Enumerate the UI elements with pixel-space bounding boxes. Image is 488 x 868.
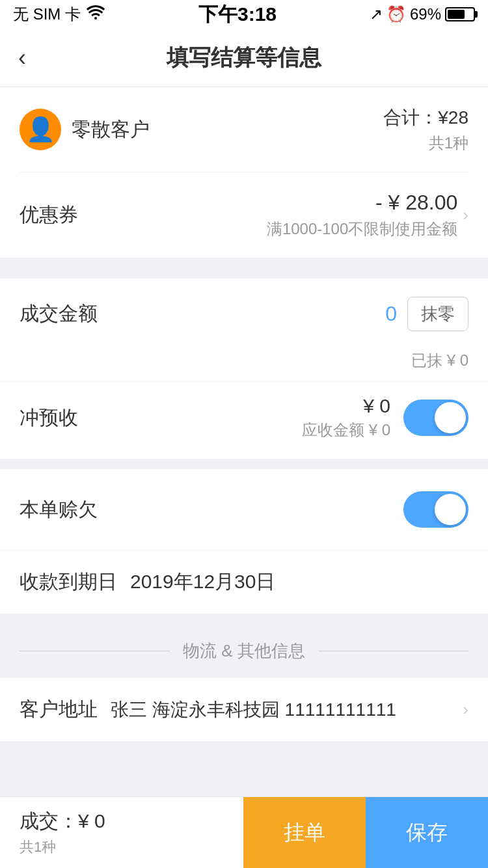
debt-row: 本单赊欠 [0, 469, 488, 550]
wifi-icon [86, 5, 105, 23]
status-bar: 无 SIM 卡 下午3:18 ↗ ⏰ 69% [0, 0, 488, 29]
section-separator-3 [0, 614, 488, 624]
prepay-toggle[interactable] [403, 400, 468, 436]
content: 👤 零散客户 合计：¥28 共1种 优惠券 - ¥ 28.00 满1000-10… [0, 87, 488, 830]
logistics-divider: 物流 & 其他信息 [20, 640, 468, 662]
logistics-label: 物流 & 其他信息 [183, 640, 305, 662]
prepay-label: 冲预收 [20, 405, 78, 431]
amount-label: 成交金额 [20, 301, 98, 327]
prepay-amount-sub: 应收金额 ¥ 0 [302, 420, 390, 441]
pending-button[interactable]: 挂单 [243, 797, 366, 869]
bottom-bar: 成交：¥ 0 共1种 挂单 保存 [0, 796, 488, 868]
logistics-line-right [318, 651, 468, 651]
amount-section: 成交金额 0 抹零 已抹 ¥ 0 冲预收 ¥ 0 应收金额 ¥ 0 [0, 278, 488, 459]
customer-right: 合计：¥28 共1种 [383, 105, 468, 154]
logistics-section: 物流 & 其他信息 [0, 624, 488, 678]
chevron-right-icon: › [463, 205, 468, 225]
section-separator [0, 268, 488, 278]
prepay-row: 冲预收 ¥ 0 应收金额 ¥ 0 [0, 381, 488, 459]
section-separator-2 [0, 459, 488, 469]
avatar: 👤 [20, 109, 61, 150]
address-label: 客户地址 [20, 696, 98, 723]
deal-label: 成交： [20, 810, 78, 832]
customer-count: 共1种 [383, 133, 468, 154]
battery-percent: 69% [410, 5, 441, 23]
customer-left: 👤 零散客户 [20, 109, 150, 150]
logistics-line-left [20, 651, 170, 651]
due-date-label: 收款到期日 [20, 569, 117, 595]
deal-amount: ¥ 0 [78, 810, 105, 832]
status-right: ↗ ⏰ 69% [370, 5, 475, 23]
customer-name: 零散客户 [72, 116, 150, 143]
battery-icon [445, 7, 475, 21]
date-row: 收款到期日 2019年12月30日 [0, 550, 488, 614]
bottom-deal-text: 成交：¥ 0 [20, 808, 224, 835]
customer-row: 👤 零散客户 合计：¥28 共1种 [0, 87, 488, 172]
no-sim-text: 无 SIM 卡 [13, 4, 81, 25]
customer-total: 合计：¥28 [383, 105, 468, 130]
alarm-icon: ⏰ [386, 5, 406, 23]
due-date-value: 2019年12月30日 [130, 569, 275, 595]
coupon-row[interactable]: 优惠券 - ¥ 28.00 满1000-100不限制使用金额 › [0, 172, 488, 258]
coupon-desc: 满1000-100不限制使用金额 [267, 219, 457, 239]
toggle-circle [435, 402, 466, 433]
debt-toggle-circle [435, 494, 466, 525]
coupon-label: 优惠券 [20, 202, 78, 228]
bottom-count: 共1种 [20, 837, 224, 857]
bottom-info: 成交：¥ 0 共1种 [0, 808, 243, 857]
page-title: 填写结算等信息 [167, 43, 321, 73]
amount-value[interactable]: 0 [385, 302, 397, 326]
nav-bar: ‹ 填写结算等信息 [0, 29, 488, 87]
battery-fill [448, 10, 465, 19]
coupon-discount: - ¥ 28.00 [375, 191, 457, 215]
address-section: 客户地址 张三 海淀永丰科技园 11111111111 › [0, 678, 488, 741]
debt-label: 本单赊欠 [20, 496, 98, 523]
address-value: 张三 海淀永丰科技园 11111111111 [111, 698, 463, 722]
amount-input-area: 0 抹零 [385, 297, 468, 331]
avatar-icon: 👤 [26, 116, 55, 143]
save-button[interactable]: 保存 [366, 797, 488, 869]
status-time: 下午3:18 [198, 1, 277, 28]
status-left: 无 SIM 卡 [13, 4, 105, 25]
customer-section: 👤 零散客户 合计：¥28 共1种 优惠券 - ¥ 28.00 满1000-10… [0, 87, 488, 258]
address-row[interactable]: 客户地址 张三 海淀永丰科技园 11111111111 › [0, 678, 488, 741]
debt-toggle[interactable] [403, 491, 468, 528]
prepay-amounts: ¥ 0 应收金额 ¥ 0 [302, 395, 390, 441]
location-icon: ↗ [370, 5, 383, 23]
amount-row: 成交金额 0 抹零 [0, 278, 488, 349]
prepay-amount-main: ¥ 0 [302, 395, 390, 417]
address-chevron-icon: › [463, 699, 468, 720]
back-button[interactable]: ‹ [18, 44, 26, 72]
debt-section: 本单赊欠 收款到期日 2019年12月30日 [0, 469, 488, 614]
round-zero-button[interactable]: 抹零 [407, 297, 468, 331]
coupon-value: - ¥ 28.00 满1000-100不限制使用金额 [267, 191, 457, 239]
amount-sub-text: 已抹 ¥ 0 [411, 351, 468, 369]
